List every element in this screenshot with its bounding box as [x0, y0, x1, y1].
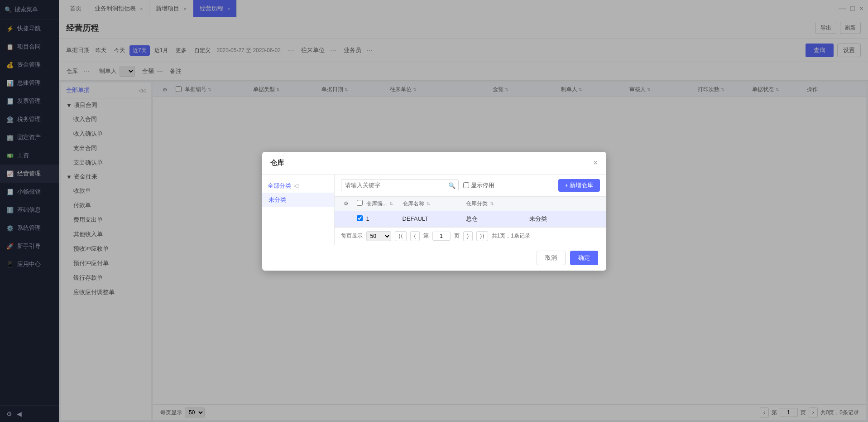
modal-gear-icon[interactable]: ⚙ [344, 200, 349, 207]
modal-title: 仓库 [270, 159, 284, 167]
modal-sidebar-item-uncategorized[interactable]: 未分类 [262, 193, 334, 207]
modal-page-size-label: 每页显示 [341, 232, 363, 240]
modal-page-unit: 页 [454, 232, 460, 240]
modal-main-content: 🔍 显示停用 + 新增仓库 ⚙ [335, 175, 606, 245]
col-category-sort: ⇅ [490, 201, 494, 206]
cancel-button[interactable]: 取消 [537, 251, 566, 265]
modal-footer: 取消 确定 [262, 245, 606, 271]
modal-page-input[interactable] [432, 232, 451, 241]
row-checkbox[interactable] [357, 215, 363, 221]
modal-sidebar: 全部分类 ◁ 未分类 [262, 175, 335, 245]
show-disabled-checkbox[interactable] [463, 182, 469, 188]
warehouse-search-input[interactable] [341, 179, 459, 191]
row-category: 未分类 [529, 215, 602, 223]
modal-table-header: ⚙ 仓库编... ⇅ 仓库名称 ⇅ [335, 197, 606, 211]
modal-col-category: 仓库分类 ⇅ [466, 200, 602, 208]
modal-overlay: 仓库 × 全部分类 ◁ 未分类 🔍 [0, 0, 868, 422]
row-check [354, 215, 366, 223]
confirm-button[interactable]: 确定 [570, 251, 598, 265]
modal-table-wrapper: ⚙ 仓库编... ⇅ 仓库名称 ⇅ [335, 197, 606, 227]
modal-sidebar-header: 全部分类 ◁ [262, 179, 334, 193]
modal-page-label: 第 [423, 232, 429, 240]
row-code: DEFAULT [403, 215, 466, 222]
modal-select-all[interactable] [357, 200, 363, 206]
modal-pagination: 每页显示 50 ⟨⟨ ⟨ 第 页 ⟩ ⟩⟩ 共1页，1条记录 [335, 227, 606, 245]
row-no: 1 [366, 215, 403, 222]
modal-sidebar-toggle[interactable]: ◁ [294, 182, 298, 189]
search-icon[interactable]: 🔍 [448, 182, 456, 189]
modal-page-size-select[interactable]: 50 [366, 231, 391, 241]
modal-col-gear: ⚙ [339, 200, 354, 207]
show-disabled-text: 显示停用 [471, 181, 494, 189]
modal-body: 全部分类 ◁ 未分类 🔍 显示停用 [262, 175, 606, 245]
col-no-sort: ⇅ [389, 201, 393, 206]
modal-sidebar-items: 未分类 [262, 193, 334, 207]
modal-sidebar-all-label[interactable]: 全部分类 [268, 182, 291, 190]
modal-col-no: 仓库编... ⇅ [366, 200, 403, 208]
add-warehouse-button[interactable]: + 新增仓库 [558, 179, 599, 192]
modal-col-check [354, 200, 366, 207]
modal-toolbar: 🔍 显示停用 + 新增仓库 [335, 175, 606, 197]
modal-close-button[interactable]: × [593, 158, 598, 168]
row-name: 总仓 [466, 215, 529, 223]
col-name-sort: ⇅ [427, 201, 430, 206]
modal-page-prev[interactable]: ⟨ [410, 231, 420, 241]
search-wrap: 🔍 [341, 179, 459, 191]
show-disabled-label[interactable]: 显示停用 [463, 181, 494, 189]
warehouse-modal: 仓库 × 全部分类 ◁ 未分类 🔍 [262, 152, 606, 271]
modal-table-row[interactable]: 1 DEFAULT 总仓 未分类 [335, 211, 606, 227]
modal-total-records: 共1页，1条记录 [492, 232, 530, 240]
modal-page-last[interactable]: ⟩⟩ [476, 231, 488, 241]
modal-page-next[interactable]: ⟩ [463, 231, 473, 241]
modal-page-first[interactable]: ⟨⟨ [395, 231, 407, 241]
modal-header: 仓库 × [262, 152, 606, 175]
modal-col-name: 仓库名称 ⇅ [403, 200, 466, 208]
